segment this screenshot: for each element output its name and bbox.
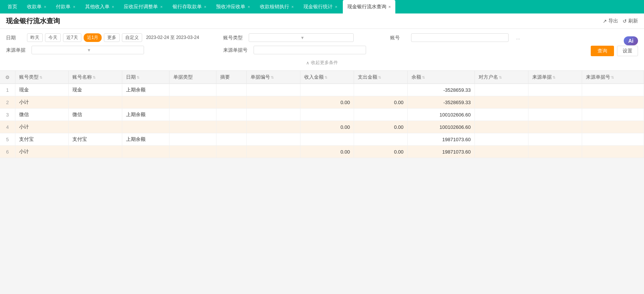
collapse-label: 收起更多条件 — [311, 60, 338, 66]
cell-date: 上期余额 — [122, 84, 170, 96]
col-counterparty[interactable]: 对方户名⇅ — [475, 71, 528, 84]
date-btn-1month[interactable]: 近1月 — [84, 33, 102, 42]
collapse-bar[interactable]: ∧ 收起更多条件 — [6, 58, 638, 67]
nav-tab-7-close[interactable]: × — [335, 4, 337, 9]
source-doc-select[interactable]: ▾ — [32, 46, 144, 54]
col-doc-type[interactable]: 单据类型 — [169, 71, 216, 84]
nav-tab-4-close[interactable]: × — [204, 4, 206, 9]
settings-button[interactable]: 设置 — [617, 46, 638, 56]
cell-expense — [354, 109, 407, 121]
cell-account-type: 现金 — [15, 84, 69, 96]
col-income[interactable]: 收入金额⇅ — [300, 71, 354, 84]
cell-balance: 19871073.60 — [407, 133, 474, 146]
table-row: 4小计0.000.00100102606.60 — [0, 121, 644, 133]
cell-account-name: 微信 — [69, 109, 122, 121]
source-doc-no-input[interactable] — [254, 46, 366, 54]
col-source-doc-no[interactable]: 来源单据号⇅ — [582, 71, 644, 84]
cell-account-name — [69, 121, 122, 133]
account-dots[interactable]: ... — [516, 35, 520, 40]
account-type-filter-row: 账号类型 ▾ — [223, 33, 366, 42]
col-balance[interactable]: 余额⇅ — [407, 71, 474, 84]
cell-source-doc-no — [582, 121, 644, 133]
nav-tab-1[interactable]: 付款单 × — [51, 0, 80, 13]
table-row: 3微信微信上期余额100102606.60 — [0, 109, 644, 121]
ai-badge[interactable]: Ai — [624, 36, 638, 45]
nav-tab-3[interactable]: 应收应付调整单 × — [119, 0, 167, 13]
nav-tab-6[interactable]: 收款核销执行 × — [255, 0, 298, 13]
cell-account-name — [69, 96, 122, 109]
filter-area: 日期 昨天 今天 近7天 近1月 更多 自定义 2023-02-24 至 202… — [0, 29, 644, 71]
cell-doc-type — [169, 109, 216, 121]
cell-expense — [354, 84, 407, 96]
cell-account-type: 小计 — [15, 146, 69, 158]
cell-counterparty — [475, 146, 528, 158]
cell-account-name: 现金 — [69, 84, 122, 96]
col-account-type[interactable]: 账号类型⇅ — [15, 71, 69, 84]
col-source-doc[interactable]: 来源单据⇅ — [528, 71, 582, 84]
cell-account-type: 小计 — [15, 96, 69, 109]
query-button[interactable]: 查询 — [591, 46, 614, 56]
date-btn-today[interactable]: 今天 — [45, 33, 61, 42]
col-summary[interactable]: 摘要 — [216, 71, 247, 84]
cell-summary — [216, 121, 247, 133]
cell-date: 上期余额 — [122, 133, 170, 146]
col-date[interactable]: 日期⇅ — [122, 71, 170, 84]
cell-source-doc-no — [582, 84, 644, 96]
account-input[interactable] — [411, 33, 509, 42]
header-actions: ↗ 导出 ↺ 刷新 — [603, 18, 638, 24]
gear-icon: ⚙ — [5, 75, 10, 80]
nav-home[interactable]: 首页 — [3, 0, 22, 13]
refresh-icon: ↺ — [623, 18, 627, 24]
export-button[interactable]: ↗ 导出 — [603, 18, 618, 24]
nav-tab-1-close[interactable]: × — [73, 4, 75, 9]
nav-tab-3-close[interactable]: × — [160, 4, 162, 9]
export-label: 导出 — [608, 18, 618, 24]
sort-icon-counterparty: ⇅ — [499, 75, 502, 79]
date-range-display: 2023-02-24 至 2023-03-24 — [146, 34, 199, 41]
cell-expense: 0.00 — [354, 96, 407, 109]
col-settings[interactable]: ⚙ — [0, 71, 15, 84]
account-filter-row: 账号 ... — [390, 33, 638, 42]
col-doc-no[interactable]: 单据编号⇅ — [247, 71, 300, 84]
account-type-select[interactable]: ▾ — [249, 33, 354, 42]
nav-tab-2-close[interactable]: × — [112, 4, 114, 9]
date-btn-7days[interactable]: 近7天 — [63, 33, 81, 42]
date-btn-more[interactable]: 更多 — [104, 33, 120, 42]
cell-income: 0.00 — [300, 121, 354, 133]
table-header-row: ⚙ 账号类型⇅ 账号名称⇅ 日期⇅ 单据类型 摘要 单据编号⇅ — [0, 71, 644, 84]
cell-doc-type — [169, 121, 216, 133]
source-doc-filter-row: 来源单据 ▾ — [6, 46, 199, 54]
col-account-name[interactable]: 账号名称⇅ — [69, 71, 122, 84]
col-expense[interactable]: 支出金额⇅ — [354, 71, 407, 84]
nav-tab-6-label: 收款核销执行 — [260, 3, 289, 10]
cell-expense: 0.00 — [354, 146, 407, 158]
cell-income — [300, 109, 354, 121]
nav-tab-0-label: 收款单 — [27, 3, 42, 10]
refresh-button[interactable]: ↺ 刷新 — [623, 18, 638, 24]
cell-row-no: 3 — [0, 109, 15, 121]
nav-home-label: 首页 — [8, 3, 17, 10]
cell-balance: -3528659.33 — [407, 96, 474, 109]
table-row: 6小计0.000.0019871073.60 — [0, 146, 644, 158]
nav-tab-8-close[interactable]: × — [389, 4, 391, 9]
cell-doc-no — [247, 133, 300, 146]
nav-tab-5-close[interactable]: × — [248, 4, 250, 9]
table-row: 2小计0.000.00-3528659.33 — [0, 96, 644, 109]
cell-balance: 19871073.60 — [407, 146, 474, 158]
cell-source-doc-no — [582, 96, 644, 109]
nav-tab-8[interactable]: 现金银行流水查询 × — [343, 0, 395, 13]
cell-source-doc — [528, 96, 582, 109]
date-btn-custom[interactable]: 自定义 — [122, 33, 142, 42]
cell-income — [300, 84, 354, 96]
nav-tab-2[interactable]: 其他收入单 × — [81, 0, 119, 13]
nav-tab-7[interactable]: 现金银行统计 × — [299, 0, 342, 13]
nav-tab-0-close[interactable]: × — [44, 4, 46, 9]
sort-icon-doc-no: ⇅ — [271, 75, 274, 79]
nav-tab-5[interactable]: 预收冲应收单 × — [212, 0, 254, 13]
cell-account-name — [69, 146, 122, 158]
nav-tab-6-close[interactable]: × — [291, 4, 294, 9]
nav-tab-4[interactable]: 银行存取款单 × — [168, 0, 211, 13]
cell-row-no: 5 — [0, 133, 15, 146]
date-btn-yesterday[interactable]: 昨天 — [27, 33, 43, 42]
nav-tab-0[interactable]: 收款单 × — [23, 0, 51, 13]
